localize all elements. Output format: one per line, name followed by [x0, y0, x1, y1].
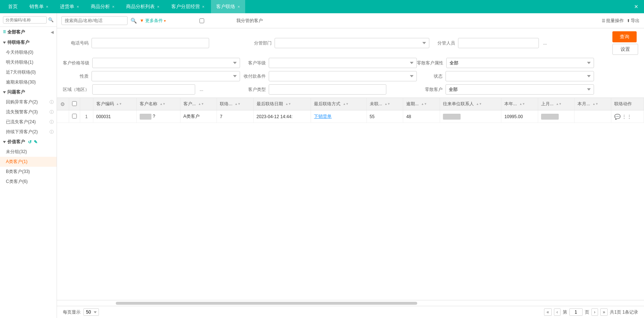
my-customers-checkbox[interactable]: 我分管的客户 — [169, 18, 263, 24]
col-name-sort[interactable]: ▲▼ — [160, 102, 165, 106]
more-action-icon[interactable]: ⋮⋮ — [622, 114, 632, 120]
sidebar-item-unclassified[interactable]: 未分组(32) — [0, 147, 57, 157]
col-this-year-sort[interactable]: ▲▼ — [519, 102, 525, 106]
sidebar-item-tomorrow[interactable]: 明天待联络(1) — [0, 57, 57, 67]
prev-page-btn[interactable]: ‹ — [554, 308, 561, 316]
payment-select[interactable] — [269, 71, 417, 81]
row-last-month — [538, 110, 575, 123]
window-close-button[interactable]: × — [631, 3, 641, 11]
nav-close-customer-segment[interactable]: × — [202, 4, 204, 9]
row-code: 000031 — [93, 110, 137, 123]
footer: 每页显示 50 « ‹ 第 页 › » 共1页 1条记录 — [57, 306, 644, 318]
retail-attr-select[interactable]: 全部 — [446, 58, 594, 68]
sidebar-all-customers[interactable]: ⠿ 全部客户 ◀ — [0, 27, 57, 38]
info-icon-warning: ⓘ — [50, 109, 54, 115]
select-all-checkbox[interactable] — [72, 101, 77, 106]
nav-close-sales[interactable]: × — [46, 4, 48, 9]
col-type: 客户... ▲▼ — [180, 98, 217, 110]
sidebar-item-class-c[interactable]: C类客户(6) — [0, 177, 57, 187]
nav-home[interactable]: 首页 — [3, 0, 23, 13]
col-last-month-sort[interactable]: ▲▼ — [556, 102, 562, 106]
first-page-btn[interactable]: « — [544, 308, 552, 316]
page-input[interactable] — [569, 308, 583, 316]
nav-product-analysis[interactable]: 商品分析 × — [86, 0, 119, 13]
info-icon-declining: ⓘ — [50, 129, 54, 135]
col-code-sort[interactable]: ▲▼ — [116, 102, 122, 106]
my-customers-check[interactable] — [169, 18, 235, 23]
col-this-month-sort[interactable]: ▲▼ — [593, 102, 598, 106]
nav-close-product-list[interactable]: × — [157, 4, 159, 9]
sidebar-item-declining[interactable]: 持续下滑客户(2) ⓘ — [0, 127, 57, 137]
advanced-filter-panel: 电话号码 分管部门 分管人员 ... 查询 设置 — [57, 28, 644, 98]
nav-sales[interactable]: 销售单 × — [24, 0, 53, 13]
sidebar-group-value[interactable]: 价值客户 ↺ ✎ — [0, 137, 57, 147]
sidebar-item-class-a[interactable]: A类客户(1) — [0, 157, 57, 167]
manager-more-btn[interactable]: ... — [542, 40, 549, 46]
col-last-date-sort[interactable]: ▲▼ — [285, 102, 291, 106]
col-last-method: 最后联络方式 ▲▼ — [311, 98, 366, 110]
last-method-link[interactable]: 下销货单 — [314, 114, 332, 119]
main-layout: 🔍 ⠿ 全部客户 ◀ 待联络客户 今天待联络(0) 明天待联络(1) 近7天待联… — [0, 13, 644, 318]
sidebar-group-pending[interactable]: 待联络客户 — [0, 38, 57, 47]
settings-btn[interactable]: 设置 — [612, 44, 638, 55]
search-input[interactable] — [61, 16, 128, 25]
nav-purchase[interactable]: 进货单 × — [55, 0, 84, 13]
sidebar-search-icon[interactable]: 🔍 — [48, 17, 54, 22]
last-page-btn[interactable]: » — [600, 308, 608, 316]
search-icon[interactable]: 🔍 — [130, 18, 137, 24]
row-checkbox[interactable] — [72, 114, 77, 119]
row-name: ? — [137, 110, 180, 123]
col-unit-contact-sort[interactable]: ▲▼ — [476, 102, 482, 106]
status-select[interactable] — [446, 71, 594, 81]
customer-grade-select[interactable] — [269, 58, 417, 68]
col-code: 客户编码 ▲▼ — [93, 98, 137, 110]
per-page-select[interactable]: 50 — [83, 308, 99, 316]
sidebar-search-input[interactable] — [3, 16, 47, 24]
sidebar-item-7days[interactable]: 近7天待联络(0) — [0, 67, 57, 77]
query-btn[interactable]: 查询 — [612, 31, 637, 42]
row-checkbox-cell — [69, 110, 80, 123]
sidebar-item-overdue[interactable]: 逾期未联络(30) — [0, 77, 57, 87]
col-contact-sort[interactable]: ▲▼ — [235, 102, 241, 106]
edit-value-icon[interactable]: ✎ — [34, 139, 37, 145]
filter-customer-type: 客户类型 — [240, 84, 417, 95]
nav-product-list[interactable]: 商品分析列表 × — [121, 0, 164, 13]
nav-close-purchase[interactable]: × — [76, 4, 79, 9]
table-gear-icon[interactable]: ⚙ — [60, 101, 65, 107]
more-conditions-btn[interactable]: ▼ 更多条件 ▾ — [140, 18, 166, 24]
region-more-btn[interactable]: ... — [198, 87, 205, 92]
sidebar-item-class-b[interactable]: B类客户(33) — [0, 167, 57, 177]
sidebar-item-abnormal[interactable]: 回购异常客户(2) ⓘ — [0, 97, 57, 107]
dept-select[interactable] — [275, 38, 429, 48]
col-type-sort[interactable]: ▲▼ — [198, 102, 204, 106]
nav-close-customer-contact[interactable]: × — [237, 4, 240, 9]
sidebar-item-today[interactable]: 今天待联络(0) — [0, 47, 57, 57]
nature-select[interactable] — [92, 71, 240, 81]
nav-customer-segment[interactable]: 客户分层经营 × — [166, 0, 210, 13]
col-overdue-sort[interactable]: ▲▼ — [421, 102, 427, 106]
col-this-year: 本年... ▲▼ — [501, 98, 538, 110]
manager-input[interactable] — [458, 38, 539, 48]
region-input[interactable] — [92, 84, 195, 95]
customer-type-input[interactable] — [269, 84, 386, 95]
horizontal-scrollbar[interactable] — [116, 302, 417, 305]
sidebar-group-problem[interactable]: 问题客户 — [0, 87, 57, 97]
col-uncontacted-sort[interactable]: ▲▼ — [384, 102, 390, 106]
export-btn[interactable]: ⬆ 导出 — [627, 18, 640, 24]
sidebar-item-lost[interactable]: 已流失客户(24) ⓘ — [0, 117, 57, 127]
col-last-method-sort[interactable]: ▲▼ — [343, 102, 349, 106]
chevron-down-icon: ▾ — [164, 19, 166, 23]
retail-select[interactable]: 全部 — [446, 84, 594, 95]
price-grade-select[interactable] — [92, 58, 240, 68]
refresh-value-icon[interactable]: ↺ — [28, 139, 32, 145]
contact-icon[interactable]: 💬 — [614, 114, 620, 120]
next-page-btn[interactable]: › — [591, 308, 598, 316]
nav-close-product-analysis[interactable]: × — [112, 4, 114, 9]
col-last-date: 最后联络日期 ▲▼ — [253, 98, 311, 110]
batch-ops-btn[interactable]: ☰ 批量操作 — [602, 18, 624, 24]
last-month-blurred — [541, 114, 559, 120]
sidebar-item-warning[interactable]: 流失预警客户(3) ⓘ — [0, 107, 57, 117]
col-unit-contact: 往来单位联系人 ▲▼ — [440, 98, 501, 110]
nav-customer-contact[interactable]: 客户联络 × — [211, 0, 245, 13]
phone-input[interactable] — [92, 38, 209, 48]
